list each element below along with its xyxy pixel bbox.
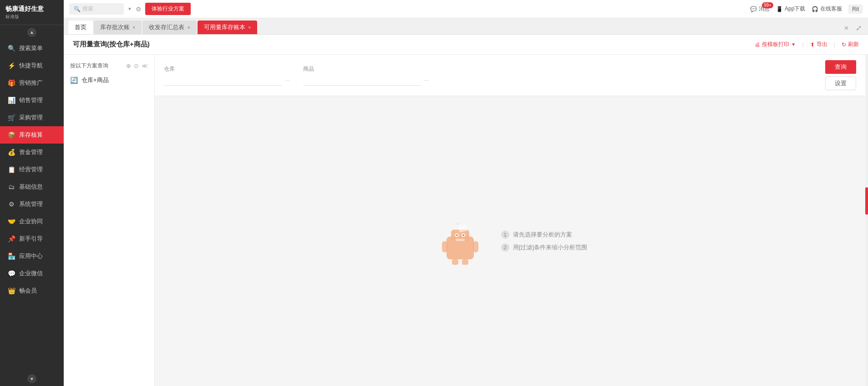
settings-button[interactable]: 设置 — [825, 77, 856, 90]
tab-available[interactable]: 可用量库存账本 × — [198, 21, 257, 34]
svg-text:~: ~ — [456, 221, 459, 226]
filter-header-label: 按以下方案查询 — [70, 62, 108, 70]
sidebar-item-label: 库存核算 — [19, 131, 43, 139]
settings-filter-icon[interactable]: ⊙ — [134, 62, 139, 69]
svg-rect-10 — [462, 259, 468, 265]
tab-home[interactable]: 首页 — [68, 21, 93, 34]
tip-text-2: 用[过滤]条件来缩小分析范围 — [513, 243, 587, 252]
sidebar: 畅康通好生意 标准版 ▲ 🔍 搜索菜单 ⚡ 快捷导航 🎁 营销推广 📊 销售管理… — [0, 0, 64, 386]
product-input[interactable] — [303, 75, 421, 86]
collapse-filter-icon[interactable]: ≪ — [142, 62, 148, 69]
right-scrollbar[interactable] — [865, 55, 868, 386]
message-badge: 99+ — [762, 2, 773, 8]
search-icon: 🔍 — [7, 45, 15, 52]
add-filter-icon[interactable]: ⊕ — [126, 62, 131, 69]
tab-close-button[interactable]: × — [843, 22, 850, 34]
sidebar-item-label: 企业微信 — [19, 269, 43, 278]
topbar: 🔍 搜索 ▼ ⚙ 体验行业方案 💬 消息 99+ 📱 App下载 🎧 在线客服 … — [64, 0, 868, 18]
sidebar-item-label: 销售管理 — [19, 96, 43, 104]
svg-point-4 — [456, 234, 458, 236]
print-label: 按模板打印 — [762, 41, 789, 48]
tab-available-label: 可用量库存账本 — [204, 23, 245, 31]
warehouse-input[interactable] — [164, 75, 282, 86]
sidebar-item-label: 新手引导 — [19, 235, 43, 243]
sidebar-item-label: 系统管理 — [19, 200, 43, 208]
sidebar-item-finance[interactable]: 💰 资金管理 — [0, 144, 64, 161]
query-fields: 仓库 ··· 商品 ··· 查询 设置 — [155, 55, 865, 96]
online-service-button[interactable]: 🎧 在线客服 — [812, 5, 842, 13]
divider-2: | — [834, 41, 835, 48]
sidebar-item-vip[interactable]: 👑 畅会员 — [0, 282, 64, 299]
filter-icons: ⊕ ⊙ ≪ — [126, 62, 148, 69]
sidebar-item-inventory[interactable]: 📦 库存核算 — [0, 126, 64, 144]
box-icon: 📦 — [7, 131, 15, 139]
user-menu-button[interactable]: Rit — [848, 5, 863, 14]
message-button[interactable]: 💬 消息 99+ — [750, 5, 770, 13]
search-icon: 🔍 — [74, 6, 81, 12]
search-text: 搜索 — [82, 5, 93, 13]
money-icon: 💰 — [7, 149, 15, 156]
sidebar-item-basic[interactable]: 🗂 基础信息 — [0, 178, 64, 196]
print-icon: 🖨 — [755, 41, 760, 48]
sidebar-item-sales[interactable]: 📊 销售管理 — [0, 92, 64, 109]
filter-item-warehouse-product[interactable]: 🔄 仓库+商品 — [64, 72, 154, 88]
sidebar-item-newbie[interactable]: 📌 新手引导 — [0, 230, 64, 247]
topbar-search[interactable]: 🔍 搜索 — [69, 3, 124, 15]
scrollbar-thumb[interactable] — [865, 187, 868, 215]
empty-state: ~ 1 请先选择要分析的方案 2 用[过滤]条件来缩小分析范围 — [155, 96, 865, 386]
lightning-icon: ⚡ — [7, 62, 15, 69]
folder-icon: 🗂 — [7, 183, 15, 190]
sidebar-item-label: 基础信息 — [19, 183, 43, 191]
sidebar-item-wechat[interactable]: 💬 企业微信 — [0, 265, 64, 282]
crown-icon: 👑 — [7, 287, 15, 294]
tab-batch[interactable]: 库存批次账 × — [94, 21, 142, 34]
warehouse-input-row: ··· — [164, 75, 289, 86]
sidebar-item-search[interactable]: 🔍 搜索菜单 — [0, 40, 64, 57]
tabs-bar: 首页 库存批次账 × 收发存汇总表 × 可用量库存账本 × × ⤢ — [64, 18, 868, 35]
svg-rect-8 — [473, 241, 478, 252]
tab-batch-close-icon[interactable]: × — [132, 25, 135, 30]
sidebar-item-appstore[interactable]: 🏪 应用中心 — [0, 247, 64, 265]
pin-icon: 📌 — [7, 235, 15, 242]
sidebar-scroll-up[interactable]: ▲ — [27, 28, 36, 37]
sidebar-item-label: 企业协同 — [19, 217, 43, 226]
chevron-down-icon[interactable]: ▼ — [127, 6, 132, 11]
warehouse-product-icon: 🔄 — [70, 77, 78, 84]
sidebar-item-enterprise[interactable]: 🤝 企业协同 — [0, 213, 64, 230]
warehouse-more-icon[interactable]: ··· — [285, 77, 289, 83]
query-button[interactable]: 查询 — [825, 60, 856, 74]
print-button[interactable]: 🖨 按模板打印 ▼ — [755, 41, 796, 48]
sidebar-item-label: 资金管理 — [19, 148, 43, 156]
sidebar-item-system[interactable]: ⚙ 系统管理 — [0, 196, 64, 213]
sidebar-item-shortcut[interactable]: ⚡ 快捷导航 — [0, 57, 64, 74]
sidebar-scroll-down[interactable]: ▼ — [27, 374, 36, 383]
trial-industry-button[interactable]: 体验行业方案 — [145, 3, 191, 15]
sidebar-nav: 🔍 搜索菜单 ⚡ 快捷导航 🎁 营销推广 📊 销售管理 🛒 采购管理 📦 库存核… — [0, 40, 64, 371]
product-more-icon[interactable]: ··· — [424, 77, 429, 83]
tab-available-close-icon[interactable]: × — [248, 25, 251, 30]
sidebar-item-label: 采购管理 — [19, 113, 43, 122]
empty-illustration: ~ — [433, 214, 487, 268]
export-button[interactable]: ⬆ 导出 — [810, 41, 827, 48]
warehouse-label: 仓库 — [164, 65, 289, 73]
phone-icon: 📱 — [776, 6, 783, 12]
refresh-icon: ↻ — [842, 41, 846, 48]
tab-summary-close-icon[interactable]: × — [187, 25, 190, 30]
app-download-button[interactable]: 📱 App下载 — [776, 5, 805, 13]
settings-icon[interactable]: ⚙ — [136, 5, 142, 13]
sidebar-item-marketing[interactable]: 🎁 营销推广 — [0, 74, 64, 92]
app-name: 畅康通好生意 — [5, 5, 58, 14]
tab-expand-button[interactable]: ⤢ — [854, 22, 863, 34]
sidebar-item-purchase[interactable]: 🛒 采购管理 — [0, 109, 64, 126]
wechat-icon: 💬 — [7, 270, 15, 277]
export-icon: ⬆ — [810, 41, 815, 48]
empty-tip-2: 2 用[过滤]条件来缩小分析范围 — [501, 243, 587, 252]
sidebar-item-operation[interactable]: 📋 经营管理 — [0, 161, 64, 178]
refresh-button[interactable]: ↻ 刷新 — [842, 41, 859, 48]
tab-summary[interactable]: 收发存汇总表 × — [142, 21, 196, 34]
content-area: 按以下方案查询 ⊕ ⊙ ≪ 🔄 仓库+商品 仓库 ··· — [64, 55, 868, 386]
sidebar-item-label: 经营管理 — [19, 165, 43, 174]
handshake-icon: 🤝 — [7, 218, 15, 225]
store-icon: 🏪 — [7, 252, 15, 260]
filter-item-label: 仓库+商品 — [81, 76, 109, 84]
